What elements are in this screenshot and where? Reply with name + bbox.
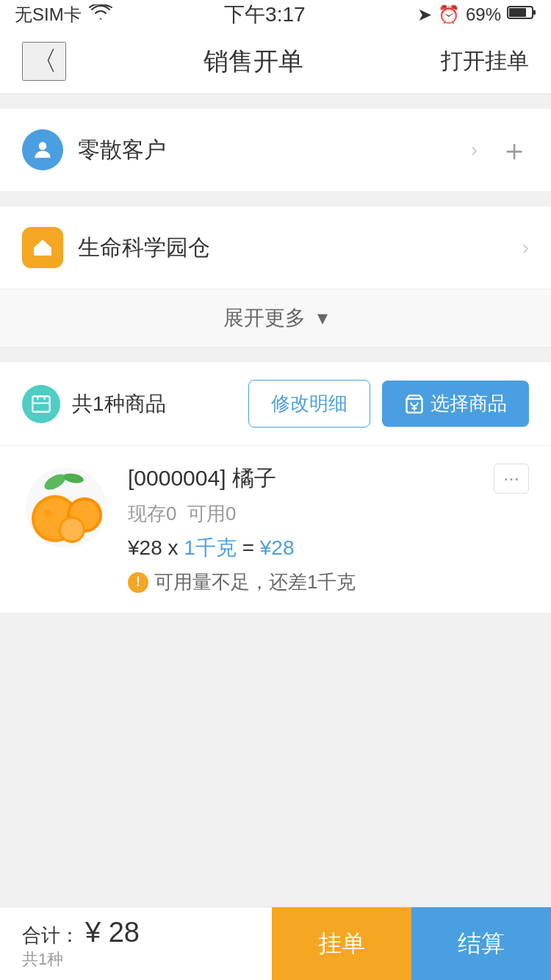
product-more-button[interactable]: ··· [494,464,529,494]
select-product-label: 选择商品 [431,391,507,417]
product-name: [0000004] 橘子 [128,464,276,494]
warehouse-row[interactable]: 生命科学园仓 › [0,206,551,289]
svg-point-18 [61,519,83,541]
battery-text: 69% [466,4,501,25]
customer-section: 零散客户 › ＋ [0,109,551,192]
expand-more-label: 展开更多 [223,306,306,329]
cart-icon [404,394,425,414]
hold-button[interactable]: 挂单 [272,907,411,981]
products-count: 共1种商品 [72,390,248,418]
product-warning: ! 可用量不足，还差1千克 [128,569,529,595]
customer-name: 零散客户 [78,135,471,165]
status-bar: 无SIM卡 下午3:17 ➤ ⏰ 69% [0,0,551,29]
total-amount: ¥ 28 [85,917,140,948]
section-divider-2 [0,347,551,362]
customer-arrow-icon: › [471,138,478,162]
product-price: ¥28 x 1千克 = ¥28 [128,534,529,562]
customer-icon [22,129,63,170]
svg-rect-4 [40,250,46,256]
svg-point-14 [44,510,51,517]
back-button[interactable]: 〈 [22,42,66,81]
svg-rect-2 [509,8,526,17]
product-item: [0000004] 橘子 ··· 现存0 可用0 ¥28 x 1千克 = ¥28… [0,446,551,613]
bottom-bar: 合计： ¥ 28 共1种 挂单 结算 [0,907,551,980]
battery-icon [507,4,536,25]
warehouse-section: 生命科学园仓 › [0,206,551,289]
top-divider [0,94,551,109]
section-divider-1 [0,192,551,206]
warning-text: 可用量不足，还差1千克 [154,569,356,595]
total-count: 共1种 [22,948,250,970]
products-header: 共1种商品 修改明细 选择商品 [0,362,551,446]
status-left: 无SIM卡 [15,3,112,26]
nav-bar: 〈 销售开单 打开挂单 [0,29,551,94]
expand-arrow-icon: ▾ [317,306,328,329]
total-label-text: 合计： [22,923,79,948]
add-customer-button[interactable]: ＋ [500,130,529,170]
open-hold-button[interactable]: 打开挂单 [441,46,529,76]
alarm-icon: ⏰ [438,4,460,25]
checkout-button[interactable]: 结算 [411,907,551,981]
warehouse-icon [22,227,63,268]
total-section: 合计： ¥ 28 共1种 [0,917,272,970]
page-title: 销售开单 [204,45,303,79]
warehouse-arrow-icon: › [522,236,529,259]
modify-detail-button[interactable]: 修改明细 [248,380,370,428]
wifi-icon [89,4,112,25]
warehouse-name: 生命科学园仓 [78,233,522,263]
location-icon: ➤ [417,4,432,25]
product-stock: 现存0 可用0 [128,501,529,527]
svg-point-3 [39,142,47,150]
expand-more-button[interactable]: 展开更多 ▾ [0,289,551,347]
warning-icon: ! [128,572,148,593]
select-product-button[interactable]: 选择商品 [382,381,529,427]
products-icon [22,385,60,423]
status-right: ➤ ⏰ 69% [417,4,536,25]
customer-row[interactable]: 零散客户 › ＋ [0,109,551,192]
status-time: 下午3:17 [224,1,306,29]
product-info: [0000004] 橘子 ··· 现存0 可用0 ¥28 x 1千克 = ¥28… [128,464,529,595]
svg-rect-1 [533,10,536,15]
product-image [22,464,110,552]
carrier-text: 无SIM卡 [15,3,82,26]
